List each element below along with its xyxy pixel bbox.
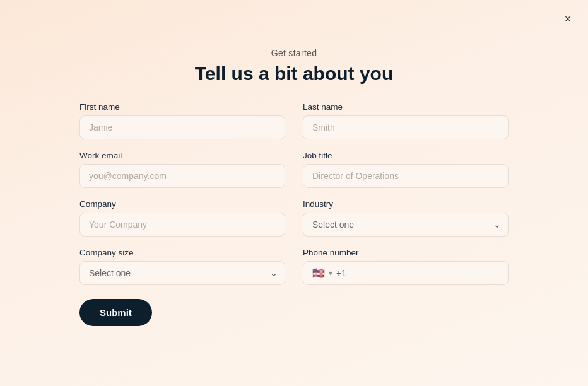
work-email-label: Work email (79, 151, 285, 160)
form-grid: First name Last name Work email Job titl… (79, 102, 509, 285)
first-name-label: First name (79, 102, 285, 112)
get-started-label: Get started (79, 48, 509, 58)
modal-content: Get started Tell us a bit about you Firs… (54, 35, 534, 351)
work-email-input[interactable] (79, 164, 285, 188)
phone-input-wrapper: 🇺🇸 ▾ +1 (303, 261, 509, 285)
submit-row: Submit (79, 299, 509, 326)
phone-separator: ▾ (329, 269, 332, 278)
phone-number-label: Phone number (303, 248, 509, 257)
job-title-group: Job title (303, 151, 509, 188)
industry-select-wrapper: Select one Technology Finance Healthcare… (303, 213, 509, 237)
last-name-group: Last name (303, 102, 509, 139)
phone-number-group: Phone number 🇺🇸 ▾ +1 (303, 248, 509, 285)
company-size-label: Company size (79, 248, 285, 257)
company-input[interactable] (79, 213, 285, 237)
last-name-label: Last name (303, 102, 509, 112)
main-title: Tell us a bit about you (79, 63, 509, 85)
company-group: Company (79, 199, 285, 237)
industry-label: Industry (303, 199, 509, 209)
company-size-select-wrapper: Select one 1–10 11–50 51–200 201–500 500… (79, 261, 285, 285)
last-name-input[interactable] (303, 115, 509, 139)
first-name-input[interactable] (79, 115, 285, 139)
work-email-group: Work email (79, 151, 285, 188)
first-name-group: First name (79, 102, 285, 139)
submit-button[interactable]: Submit (79, 299, 152, 326)
signup-form: First name Last name Work email Job titl… (79, 102, 509, 326)
phone-actual-input[interactable] (350, 262, 499, 284)
company-label: Company (79, 199, 285, 209)
industry-group: Industry Select one Technology Finance H… (303, 199, 509, 237)
industry-select[interactable]: Select one Technology Finance Healthcare… (303, 213, 509, 237)
modal-overlay: × Get started Tell us a bit about you Fi… (0, 0, 588, 386)
phone-country-code: +1 (336, 268, 346, 278)
job-title-label: Job title (303, 151, 509, 160)
close-button[interactable]: × (559, 10, 577, 28)
company-size-group: Company size Select one 1–10 11–50 51–20… (79, 248, 285, 285)
company-size-select[interactable]: Select one 1–10 11–50 51–200 201–500 500… (79, 261, 285, 285)
job-title-input[interactable] (303, 164, 509, 188)
phone-flag-icon: 🇺🇸 (312, 268, 325, 278)
